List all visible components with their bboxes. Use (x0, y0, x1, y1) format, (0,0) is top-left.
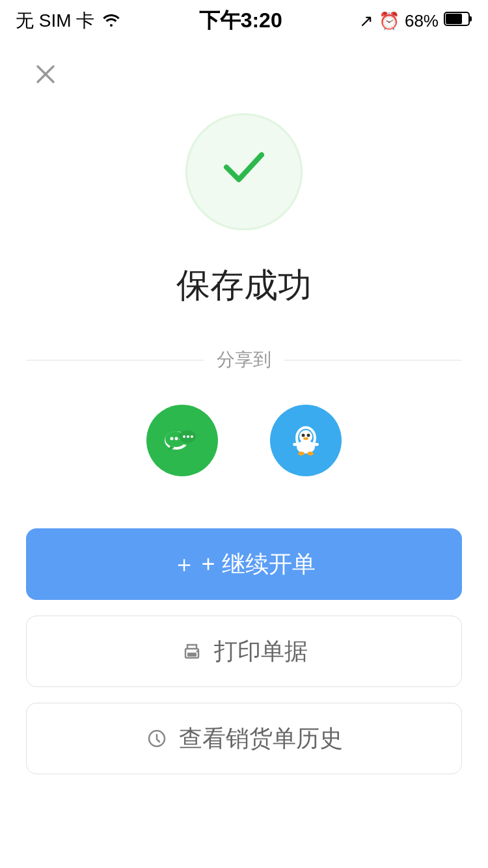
view-history-button[interactable]: 查看销货单历史 (26, 703, 462, 774)
qq-share-button[interactable] (270, 405, 342, 476)
success-circle (185, 113, 303, 230)
share-divider: 分享到 (26, 347, 462, 372)
svg-point-25 (314, 443, 319, 446)
svg-point-22 (298, 452, 305, 455)
svg-point-21 (297, 441, 315, 454)
svg-point-19 (307, 434, 310, 437)
share-icons (146, 405, 342, 476)
battery-icon (444, 11, 472, 31)
divider-line-right (284, 360, 462, 360)
svg-point-24 (293, 443, 298, 446)
close-button[interactable] (26, 55, 65, 94)
location-icon: ↗ (359, 11, 373, 31)
svg-point-9 (175, 437, 178, 441)
history-icon (145, 727, 169, 750)
success-title: 保存成功 (176, 263, 312, 308)
share-label: 分享到 (217, 347, 271, 372)
svg-point-14 (191, 435, 193, 438)
wechat-share-button[interactable] (146, 405, 218, 476)
close-button-row (26, 42, 462, 113)
alarm-icon: ⏰ (379, 11, 400, 31)
battery-percent: 68% (405, 11, 439, 31)
status-bar: 无 SIM 卡 下午3:20 ↗ ⏰ 68% (0, 0, 488, 42)
svg-point-12 (183, 435, 185, 438)
svg-point-23 (307, 452, 314, 455)
wifi-icon (101, 10, 122, 33)
status-left: 无 SIM 卡 (16, 8, 122, 33)
svg-point-8 (170, 437, 174, 441)
checkmark-icon (215, 138, 273, 206)
plus-icon: ＋ (172, 549, 196, 580)
no-sim-label: 无 SIM 卡 (16, 8, 94, 33)
print-receipt-label: 打印单据 (214, 636, 308, 668)
print-receipt-button[interactable]: 打印单据 (26, 616, 462, 687)
view-history-label: 查看销货单历史 (179, 723, 343, 755)
action-buttons: ＋ + 继续开单 打印单据 查看销货单历史 (26, 528, 462, 774)
svg-rect-1 (469, 16, 472, 21)
divider-line-left (26, 360, 204, 360)
main-content: 保存成功 分享到 (0, 42, 488, 774)
continue-order-button[interactable]: ＋ + 继续开单 (26, 528, 462, 600)
svg-rect-2 (446, 14, 462, 24)
status-time: 下午3:20 (199, 7, 282, 35)
print-icon (180, 640, 204, 663)
svg-rect-27 (187, 653, 197, 657)
svg-point-18 (302, 434, 305, 437)
svg-point-13 (187, 435, 189, 438)
svg-point-20 (303, 437, 308, 440)
continue-order-label: + 继续开单 (201, 549, 315, 580)
svg-point-28 (197, 651, 198, 653)
status-right: ↗ ⏰ 68% (359, 11, 472, 31)
